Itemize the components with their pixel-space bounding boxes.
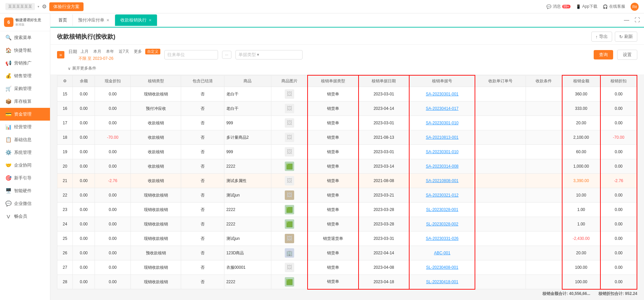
minimize-button[interactable]: — — [623, 16, 631, 25]
cell-cancel-bill-no[interactable]: SL-20230418-001 — [409, 275, 475, 289]
expand-conditions-button[interactable]: ∨ 展开更多条件 — [68, 66, 96, 71]
cell-cancel-type: 收款核销 — [131, 174, 181, 188]
tab-cancel[interactable]: 收款核销执行 ✕ — [115, 14, 157, 26]
cell-cash-discount: 0.00 — [95, 188, 131, 203]
messages-item[interactable]: 💬 消息 99+ — [546, 4, 571, 9]
sidebar-item-management[interactable]: 📊 经营管理 — [0, 121, 50, 133]
cell-balance: 0.00 — [73, 275, 95, 289]
table-row: 26 0.00 0.00 预收款核销 否 123D商品 🏢 销货单 2022-0… — [57, 246, 637, 260]
bill-type-select[interactable]: 单据类型 ▾ — [235, 50, 303, 59]
sidebar-item-label: 快捷导航 — [14, 47, 32, 53]
cell-product: 999 — [224, 145, 271, 159]
this-month-btn[interactable]: 本月 — [92, 48, 103, 55]
col-cancel-amount: 核销金额 — [562, 75, 600, 87]
export-button[interactable]: ↑ 导出 — [591, 32, 612, 42]
tab-prepay[interactable]: 预付冲应付单 ✕ — [73, 14, 115, 26]
col-cancel-bill-date: 核销单据日期 — [359, 75, 410, 87]
tab-prepay-close-icon[interactable]: ✕ — [106, 18, 109, 23]
cell-cancel-bill-date: 2023-03-01 — [359, 87, 410, 101]
sidebar-item-system[interactable]: ⚙️ 系统管理 — [0, 146, 50, 159]
basic-info-icon: 📋 — [5, 137, 11, 143]
cell-cancel-bill-no[interactable]: SA-20230314-008 — [409, 159, 475, 174]
cell-receipt-order-no — [475, 130, 526, 145]
sidebar-item-sales[interactable]: 💰 销售管理 — [0, 70, 50, 82]
cell-cancel-bill-type: 销货单 — [308, 159, 359, 174]
search-button[interactable]: 查询 — [594, 50, 613, 59]
last7-btn[interactable]: 近7天 — [117, 48, 130, 55]
sidebar-item-guide[interactable]: 🎯 新手引导 — [0, 172, 50, 184]
cell-cancel-bill-no[interactable]: SA-20230414-017 — [409, 101, 475, 116]
search-icon: 🔍 — [5, 35, 11, 41]
last-month-btn[interactable]: 上月 — [79, 48, 90, 55]
cell-cancel-bill-no[interactable]: SA-20230301-010 — [409, 145, 475, 159]
cell-cancel-bill-type: 销货单 — [308, 188, 359, 203]
user-avatar[interactable]: Rit — [631, 3, 639, 11]
sidebar-item-wechat[interactable]: 💬 企业微信 — [0, 197, 50, 210]
app-download-item[interactable]: 📱 App下载 — [576, 4, 597, 9]
tab-cancel-close-icon[interactable]: ✕ — [149, 18, 152, 23]
settings-icon[interactable]: ⚙ — [42, 3, 47, 10]
cell-product: 2222 — [224, 159, 271, 174]
sidebar-item-member[interactable]: V 畅会员 — [0, 210, 50, 223]
table-container[interactable]: ⚙ 余额 现金折扣 核销类型 包含已结清 商品 商品图片 核销单据类型 核销单据… — [57, 75, 637, 297]
sidebar-item-search[interactable]: 🔍 搜索菜单 — [0, 31, 50, 44]
sidebar-item-hardware[interactable]: 🖥️ 智能硬件 — [0, 184, 50, 197]
cell-balance: 0.00 — [73, 101, 95, 116]
cell-cancel-bill-date: 2023-03-01 — [359, 145, 410, 159]
sidebar-item-purchase[interactable]: 🛒 采购管理 — [0, 82, 50, 95]
cell-receipt-condition — [526, 246, 562, 260]
cell-product-image: 🏢 — [271, 246, 308, 260]
ellipsis-button[interactable]: ··· — [222, 51, 231, 59]
maximize-button[interactable]: ⛶ — [633, 16, 641, 25]
custom-date-btn[interactable]: 自定义 — [145, 49, 160, 54]
sidebar-item-label: 经营管理 — [14, 124, 32, 130]
cell-receipt-order-no — [475, 145, 526, 159]
refresh-button[interactable]: ↻ 刷新 — [615, 32, 637, 42]
member-icon: V — [5, 214, 11, 219]
cell-receipt-condition — [526, 87, 562, 101]
more-btn[interactable]: 更多 — [132, 48, 143, 55]
cell-cancel-bill-date: 2023-04-08 — [359, 260, 410, 275]
cell-cash-discount: 0.00 — [95, 116, 131, 130]
trial-button[interactable]: 体验行业方案 — [49, 2, 84, 11]
online-service-item[interactable]: 🎧 在线客服 — [603, 4, 625, 9]
dropdown-arrow-icon[interactable]: ▾ — [38, 5, 39, 8]
cell-cancel-discount: 0.00 — [600, 231, 637, 246]
cell-cancel-amount: 20.00 — [562, 246, 600, 260]
this-year-btn[interactable]: 本年 — [105, 48, 115, 55]
cell-cancel-bill-date: 2023-03-14 — [359, 159, 410, 174]
filter-expand-button[interactable]: » — [57, 51, 64, 58]
cell-cancel-bill-no[interactable]: SA-20230321-012 — [409, 188, 475, 203]
sidebar-item-inventory[interactable]: 📦 库存核算 — [0, 95, 50, 108]
sidebar-item-finance[interactable]: 💳 资金管理 — [0, 108, 50, 121]
cell-cancel-discount: 0.00 — [600, 275, 637, 289]
col-cancel-type: 核销类型 — [131, 75, 181, 87]
cell-receipt-condition — [526, 275, 562, 289]
table-row: 17 0.00 0.00 收款核销 否 999 🖼 销货单 2023-03-01… — [57, 116, 637, 130]
filter-date-group: 日期 上月 本月 本年 近7天 更多 自定义 不限 至 2023-07-26 — [68, 48, 160, 61]
cell-cancel-bill-no[interactable]: SA-20210813-001 — [409, 130, 475, 145]
sidebar-item-collab[interactable]: 🤝 企业协同 — [0, 159, 50, 172]
cell-cancel-bill-no[interactable]: ABC-001 — [409, 246, 475, 260]
col-gear[interactable]: ⚙ — [57, 75, 73, 87]
cell-cancel-bill-no[interactable]: SA-20230301-010 — [409, 116, 475, 130]
date-label: 日期 — [68, 49, 77, 55]
settings-button[interactable]: 设置 — [617, 50, 637, 60]
cell-balance: 0.00 — [73, 174, 95, 188]
tab-home[interactable]: 首页 — [53, 14, 73, 26]
cell-cancel-bill-no[interactable]: SL-20230408-001 — [409, 260, 475, 275]
sidebar-item-label: 基础信息 — [14, 137, 32, 143]
cell-cancel-bill-no[interactable]: SL-20230328-001 — [409, 203, 475, 217]
cell-cancel-bill-no[interactable]: SL-20230328-002 — [409, 217, 475, 231]
cell-cancel-bill-no[interactable]: SA-20230301-001 — [409, 87, 475, 101]
cell-product-image: 🟩 — [271, 217, 308, 231]
cell-cancel-bill-no[interactable]: SA-20210808-001 — [409, 174, 475, 188]
sidebar-item-basic-info[interactable]: 📋 基础信息 — [0, 133, 50, 146]
cell-cancel-type: 现销收款核销 — [131, 260, 181, 275]
counterpart-input[interactable]: 往来单位 — [164, 50, 218, 59]
cell-receipt-condition — [526, 231, 562, 246]
sidebar-item-marketing[interactable]: 📢 营销推广 — [0, 57, 50, 70]
cell-cancel-bill-no[interactable]: SA-20230331-026 — [409, 231, 475, 246]
sidebar-item-nav[interactable]: 🏠 快捷导航 — [0, 44, 50, 57]
cell-cancel-bill-type: 销货单 — [308, 130, 359, 145]
